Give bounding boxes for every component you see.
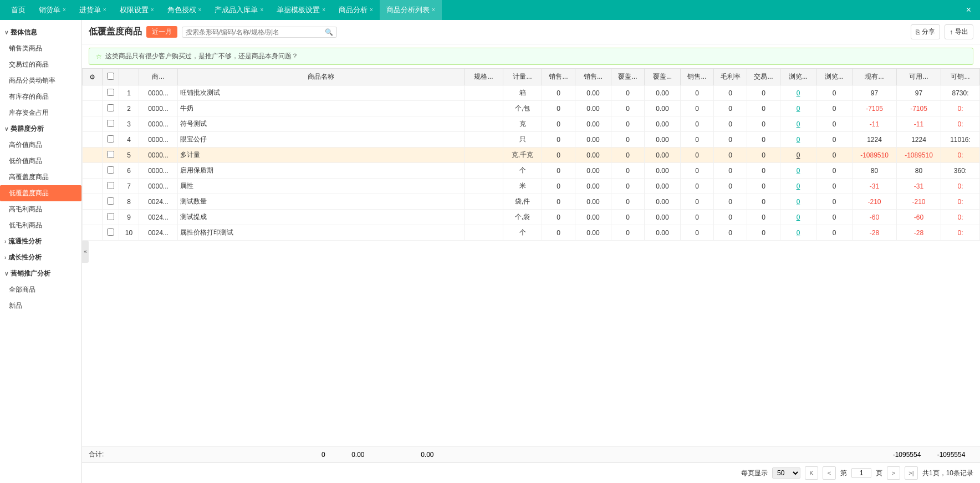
row-settings[interactable] [83,210,103,225]
col-available-header[interactable]: 可用... [897,69,941,85]
sidebar-group-overall[interactable]: ∨ 整体信息 [0,24,81,40]
col-settings[interactable]: ⚙ [83,69,103,85]
col-browse1-header[interactable]: 浏览... [780,69,816,85]
sidebar-group-liquidity[interactable]: › 流通性分析 [0,233,81,250]
nav-permission[interactable]: 权限设置 × [113,0,161,20]
share-icon: ⎘ [916,28,920,36]
col-cov2-header[interactable]: 覆盖... [645,69,681,85]
row-browse1[interactable]: 0 [780,225,816,241]
sidebar-group-cluster[interactable]: ∨ 类群度分析 [0,121,81,137]
sidebar-item-high-value[interactable]: 高价值商品 [0,137,81,153]
sidebar-item-stock-capital[interactable]: 库存资金占用 [0,105,81,121]
export-button[interactable]: ↑ 导出 [945,24,973,39]
select-all-checkbox[interactable] [107,73,114,80]
row-checkbox[interactable] [103,194,119,210]
col-code-header[interactable]: 商... [139,69,178,85]
nav-sales-close[interactable]: × [63,0,66,20]
nav-product-analysis-list[interactable]: 商品分析列表 × [380,0,442,20]
sidebar-item-sales-products[interactable]: 销售类商品 [0,40,81,57]
col-current-header[interactable]: 现有... [853,69,897,85]
sidebar-item-low-coverage[interactable]: 低覆盖度商品 [0,185,81,201]
next-page-button[interactable]: > [887,466,900,480]
table-container[interactable]: ⚙ 商... 商品名称 规格... 计量... 销售... 销售... 覆盖..… [82,68,980,446]
sidebar-item-low-gross[interactable]: 低毛利商品 [0,217,81,233]
nav-permission-close[interactable]: × [151,0,154,20]
row-checkbox[interactable] [103,179,119,194]
row-checkbox[interactable] [103,85,119,101]
search-icon[interactable]: 🔍 [325,28,333,36]
sidebar-item-new-products[interactable]: 新品 [0,298,81,314]
period-button[interactable]: 近一月 [146,26,177,38]
current-page-input[interactable] [851,468,871,478]
col-sales-amt-header[interactable]: 销售... [575,69,611,85]
nav-role-close[interactable]: × [198,0,202,20]
row-checkbox[interactable] [103,225,119,241]
sidebar-item-all-products[interactable]: 全部商品 [0,282,81,298]
nav-product-analysis[interactable]: 商品分析 × [332,0,380,20]
row-browse1[interactable]: 0 [780,163,816,179]
sidebar-item-high-gross[interactable]: 高毛利商品 [0,201,81,217]
nav-product-entry[interactable]: 产成品入库单 × [208,0,270,20]
row-browse1[interactable]: 0 [780,132,816,148]
app-close-button[interactable]: × [962,5,976,15]
sidebar-collapse-button[interactable]: « [82,241,89,263]
row-settings[interactable] [83,225,103,241]
row-settings[interactable] [83,132,103,148]
sidebar-item-category-rate[interactable]: 商品分类动销率 [0,73,81,89]
row-checkbox[interactable] [103,101,119,116]
row-checkbox[interactable] [103,116,119,132]
first-page-button[interactable]: K [805,466,818,480]
page-size-select[interactable]: 50 20 100 200 [772,467,800,479]
col-gross-header[interactable]: 毛利率 [714,69,747,85]
row-checkbox[interactable] [103,148,119,163]
col-sellable-header[interactable]: 可销... [941,69,980,85]
nav-home[interactable]: 首页 [4,0,32,20]
nav-product-analysis-close[interactable]: × [370,0,373,20]
row-settings[interactable] [83,116,103,132]
nav-purchase[interactable]: 进货单 × [73,0,113,20]
row-cov2: 0.00 [645,101,681,116]
last-page-button[interactable]: >| [905,466,918,480]
row-checkbox[interactable] [103,163,119,179]
row-browse1[interactable]: 0 [780,101,816,116]
row-browse1[interactable]: 0 [780,116,816,132]
search-input[interactable] [186,28,325,36]
row-settings[interactable] [83,148,103,163]
row-browse1[interactable]: 0 [780,194,816,210]
sidebar-item-low-value[interactable]: 低价值商品 [0,153,81,169]
sidebar-item-traded-products[interactable]: 交易过的商品 [0,57,81,73]
row-settings[interactable] [83,163,103,179]
row-settings[interactable] [83,194,103,210]
col-cov1-header[interactable]: 覆盖... [611,69,645,85]
sidebar-group-marketing[interactable]: ∨ 营销推广分析 [0,266,81,282]
row-browse1[interactable]: 0 [780,210,816,225]
nav-role[interactable]: 角色授权 × [161,0,208,20]
share-button[interactable]: ⎘ 分享 [911,24,940,39]
nav-product-entry-close[interactable]: × [260,0,263,20]
row-checkbox[interactable] [103,132,119,148]
row-browse1[interactable]: 0 [780,179,816,194]
nav-purchase-close[interactable]: × [103,0,106,20]
row-settings[interactable] [83,179,103,194]
nav-template-close[interactable]: × [322,0,325,20]
prev-page-button[interactable]: < [823,466,836,480]
row-browse1[interactable]: 0 [780,85,816,101]
row-checkbox[interactable] [103,210,119,225]
sidebar-item-stock-products[interactable]: 有库存的商品 [0,89,81,105]
col-browse2-header[interactable]: 浏览... [816,69,853,85]
sidebar-item-high-coverage[interactable]: 高覆盖度商品 [0,169,81,185]
col-checkbox-all[interactable] [103,69,119,85]
col-sales-qty-header[interactable]: 销售... [542,69,575,85]
col-spec-header[interactable]: 规格... [465,69,503,85]
col-trade-header[interactable]: 交易... [747,69,780,85]
col-unit-header[interactable]: 计量... [503,69,542,85]
col-name-header[interactable]: 商品名称 [178,69,465,85]
row-settings[interactable] [83,101,103,116]
nav-product-analysis-list-close[interactable]: × [432,0,435,20]
col-sales-x-header[interactable]: 销售... [681,69,714,85]
row-settings[interactable] [83,85,103,101]
nav-sales[interactable]: 销货单 × [32,0,73,20]
row-browse1[interactable]: 0 [780,148,816,163]
sidebar-group-growth[interactable]: › 成长性分析 [0,250,81,266]
nav-template[interactable]: 单据模板设置 × [270,0,332,20]
